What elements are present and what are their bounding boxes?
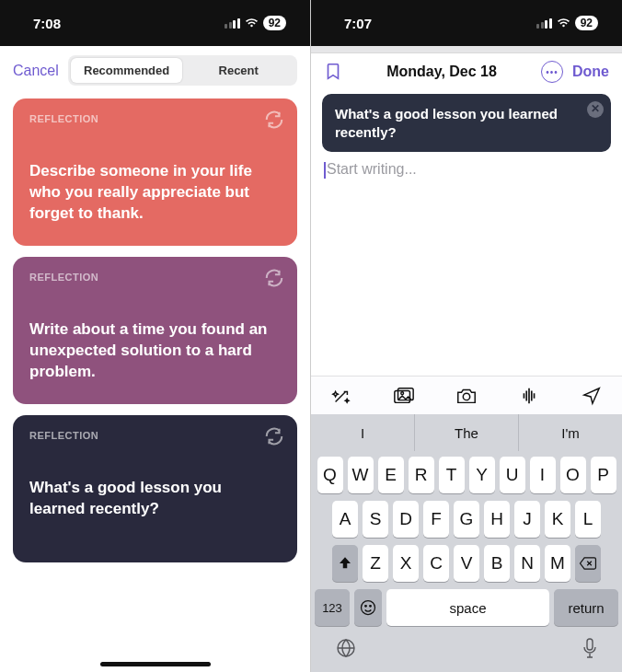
card-category: REFLECTION bbox=[29, 430, 281, 441]
card-prompt: Describe someone in your life who you re… bbox=[29, 161, 281, 225]
suggestion[interactable]: I'm bbox=[518, 414, 622, 451]
key-z[interactable]: Z bbox=[363, 545, 388, 582]
key-t[interactable]: T bbox=[439, 457, 465, 493]
card-prompt: What's a good lesson you learned recentl… bbox=[29, 478, 281, 520]
prompt-card[interactable]: REFLECTION Describe someone in your life… bbox=[13, 98, 297, 246]
key-l[interactable]: L bbox=[575, 501, 601, 538]
home-indicator[interactable] bbox=[100, 662, 211, 666]
key-c[interactable]: C bbox=[423, 545, 449, 582]
key-s[interactable]: S bbox=[363, 501, 388, 538]
emoji-key[interactable] bbox=[354, 589, 382, 626]
key-g[interactable]: G bbox=[454, 501, 479, 538]
key-u[interactable]: U bbox=[500, 457, 525, 493]
tab-recommended[interactable]: Recommended bbox=[71, 58, 183, 83]
dictation-icon[interactable] bbox=[582, 637, 598, 659]
input-accessory-bar bbox=[311, 376, 622, 414]
status-time: 7:07 bbox=[344, 16, 372, 31]
key-row-4: 123 space return bbox=[315, 589, 618, 626]
key-row-2: A S D F G H J K L bbox=[315, 501, 618, 538]
more-menu-icon[interactable]: ••• bbox=[541, 61, 563, 83]
key-j[interactable]: J bbox=[514, 501, 540, 538]
backspace-key[interactable] bbox=[575, 545, 601, 582]
done-button[interactable]: Done bbox=[572, 64, 609, 80]
keyboard: Q W E R T Y U I O P A S D F G H bbox=[311, 451, 622, 672]
numbers-key[interactable]: 123 bbox=[315, 589, 350, 626]
key-m[interactable]: M bbox=[545, 545, 570, 582]
location-icon[interactable] bbox=[582, 386, 602, 406]
gallery-icon[interactable] bbox=[393, 386, 415, 406]
refresh-icon[interactable] bbox=[264, 426, 284, 446]
card-category: REFLECTION bbox=[29, 113, 281, 124]
close-icon[interactable]: ✕ bbox=[587, 101, 604, 118]
entry-sheet: Monday, Dec 18 ••• Done What's a good le… bbox=[311, 46, 622, 672]
prompt-card[interactable]: REFLECTION Write about a time you found … bbox=[13, 257, 297, 404]
key-row-3: Z X C V B N M bbox=[315, 545, 618, 582]
refresh-icon[interactable] bbox=[264, 110, 284, 130]
key-row-1: Q W E R T Y U I O P bbox=[315, 457, 618, 493]
cards-list: REFLECTION Describe someone in your life… bbox=[0, 95, 310, 562]
key-q[interactable]: Q bbox=[317, 457, 343, 493]
battery-indicator: 92 bbox=[263, 16, 286, 30]
entry-header: Monday, Dec 18 ••• Done bbox=[311, 53, 622, 90]
key-p[interactable]: P bbox=[591, 457, 616, 493]
refresh-icon[interactable] bbox=[264, 268, 284, 288]
status-bar: 7:07 92 bbox=[311, 0, 622, 46]
card-prompt: Write about a time you found an unexpect… bbox=[29, 319, 281, 383]
camera-icon[interactable] bbox=[455, 386, 478, 406]
suggestion[interactable]: The bbox=[414, 414, 518, 451]
card-category: REFLECTION bbox=[29, 272, 281, 283]
magic-wand-icon[interactable] bbox=[331, 386, 351, 406]
svg-point-4 bbox=[362, 601, 375, 615]
wifi-icon bbox=[557, 17, 570, 29]
key-w[interactable]: W bbox=[348, 457, 374, 493]
shift-key[interactable] bbox=[332, 545, 358, 582]
key-h[interactable]: H bbox=[484, 501, 510, 538]
prompt-banner: What's a good lesson you learned recentl… bbox=[322, 94, 611, 152]
status-right: 92 bbox=[536, 16, 598, 30]
key-n[interactable]: N bbox=[514, 545, 540, 582]
space-key[interactable]: space bbox=[386, 589, 549, 626]
key-i[interactable]: I bbox=[530, 457, 556, 493]
key-a[interactable]: A bbox=[332, 501, 358, 538]
prompt-card[interactable]: REFLECTION What's a good lesson you lear… bbox=[13, 415, 297, 562]
keyboard-region: I The I'm Q W E R T Y U I O P A bbox=[311, 376, 622, 672]
prompt-banner-text: What's a good lesson you learned recentl… bbox=[335, 106, 558, 140]
tabs-row: Cancel Recommended Recent bbox=[0, 46, 310, 95]
suggestion[interactable]: I bbox=[311, 414, 414, 451]
key-v[interactable]: V bbox=[454, 545, 479, 582]
svg-point-6 bbox=[370, 606, 372, 608]
header-actions: ••• Done bbox=[541, 61, 609, 83]
editor-placeholder: Start writing... bbox=[327, 161, 417, 177]
phone-left-prompts: 7:08 92 Cancel Recommended Recent REFLEC… bbox=[0, 0, 311, 672]
audio-wave-icon[interactable] bbox=[518, 386, 540, 406]
return-key[interactable]: return bbox=[554, 589, 618, 626]
key-y[interactable]: Y bbox=[469, 457, 495, 493]
wifi-icon bbox=[245, 17, 259, 29]
svg-point-3 bbox=[463, 393, 469, 400]
status-time: 7:08 bbox=[33, 16, 61, 31]
globe-icon[interactable] bbox=[335, 637, 357, 659]
key-k[interactable]: K bbox=[545, 501, 570, 538]
svg-point-5 bbox=[365, 606, 367, 608]
keyboard-bottom-row bbox=[315, 633, 618, 668]
key-b[interactable]: B bbox=[484, 545, 510, 582]
editor-textarea[interactable]: Start writing... bbox=[311, 161, 622, 179]
cancel-button[interactable]: Cancel bbox=[13, 63, 59, 79]
key-d[interactable]: D bbox=[393, 501, 419, 538]
battery-indicator: 92 bbox=[575, 16, 598, 30]
bookmark-icon[interactable] bbox=[324, 62, 342, 82]
key-r[interactable]: R bbox=[409, 457, 434, 493]
key-e[interactable]: E bbox=[378, 457, 404, 493]
cellular-icon bbox=[536, 18, 552, 29]
entry-date: Monday, Dec 18 bbox=[386, 64, 497, 80]
segmented-control: Recommended Recent bbox=[68, 55, 297, 86]
status-bar: 7:08 92 bbox=[0, 0, 310, 46]
status-right: 92 bbox=[225, 16, 286, 30]
svg-point-2 bbox=[400, 391, 403, 394]
text-caret bbox=[324, 162, 326, 179]
key-x[interactable]: X bbox=[393, 545, 419, 582]
key-f[interactable]: F bbox=[423, 501, 449, 538]
tab-recent[interactable]: Recent bbox=[182, 58, 294, 83]
key-o[interactable]: O bbox=[560, 457, 586, 493]
sheet-background-cap bbox=[311, 46, 622, 53]
